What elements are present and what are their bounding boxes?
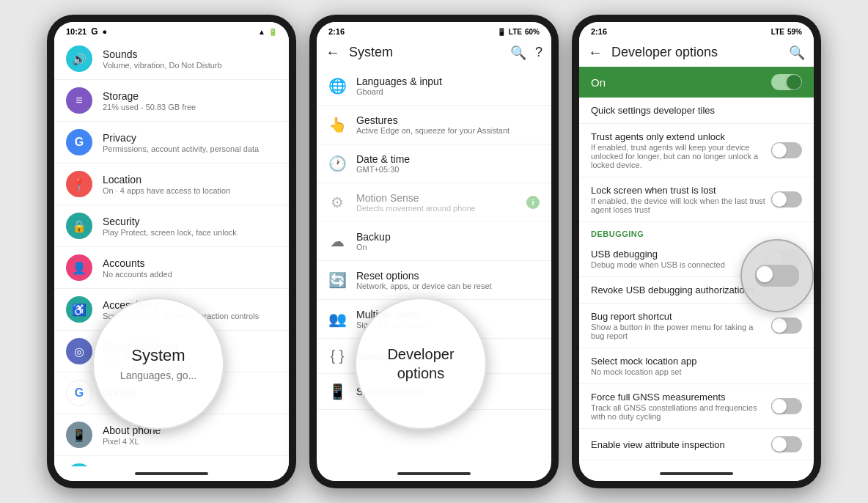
storage-icon: ≡ — [66, 87, 92, 114]
bug-report-toggle[interactable] — [771, 317, 802, 334]
sounds-title: Sounds — [103, 48, 277, 60]
gnss-toggle[interactable] — [771, 398, 802, 414]
status-icons-2: 📱 LTE 60% — [497, 28, 540, 36]
circle-title: System — [131, 345, 185, 367]
settings-item-accounts[interactable]: 👤 Accounts No accounts added — [54, 247, 289, 289]
settings-item-storage[interactable]: ≡ Storage 21% used - 50.83 GB free — [54, 80, 289, 122]
app-bar-2: ← System 🔍 ? — [317, 38, 551, 67]
back-button-2[interactable]: ← — [326, 44, 340, 61]
dev-on-toggle[interactable] — [771, 74, 802, 90]
home-indicator-3[interactable] — [660, 472, 733, 475]
status-time-1: 10:21 G ● — [66, 26, 107, 37]
dev-item-debug-app[interactable]: Select debug app — [579, 460, 814, 466]
google-icon: G — [91, 26, 98, 37]
status-bar-3: 2:16 LTE 59% — [579, 22, 814, 38]
accounts-sub: No accounts added — [103, 270, 277, 279]
system-circle: System Languages, go... — [92, 298, 224, 430]
back-button-3[interactable]: ← — [588, 44, 603, 61]
sounds-text: Sounds Volume, vibration, Do Not Disturb — [103, 48, 277, 70]
digital-wellbeing-icon: ◎ — [66, 338, 92, 364]
accounts-text: Accounts No accounts added — [103, 257, 277, 279]
sounds-sub: Volume, vibration, Do Not Disturb — [103, 61, 277, 70]
settings-item-tips[interactable]: ? Tips & support Help articles, phone & … — [54, 456, 289, 466]
gnss-text: Force full GNSS measurements Track all G… — [591, 392, 765, 421]
battery-2: 60% — [525, 28, 540, 36]
settings-item-sounds[interactable]: 🔊 Sounds Volume, vibration, Do Not Distu… — [54, 38, 289, 80]
system-item-motion-sense[interactable]: ⚙ Motion Sense Detects movement around p… — [317, 183, 551, 222]
dev-item-quick-settings[interactable]: Quick settings developer tiles — [579, 98, 814, 124]
security-icon: 🔒 — [66, 213, 92, 239]
privacy-icon: G — [66, 129, 92, 155]
bottom-bar-1 — [54, 466, 289, 481]
dev-item-view-attribute[interactable]: Enable view attribute inspection — [579, 429, 814, 460]
mock-location-sub: No mock location app set — [591, 367, 802, 376]
motion-sense-badge: i — [526, 196, 540, 209]
reset-sub: Network, apps, or device can be reset — [356, 282, 540, 290]
system-item-datetime[interactable]: 🕐 Date & time GMT+05:30 — [317, 144, 551, 183]
system-item-gestures[interactable]: 👆 Gestures Active Edge on, squeeze for y… — [317, 106, 551, 144]
dev-item-mock-location[interactable]: Select mock location app No mock locatio… — [579, 348, 814, 384]
dev-circle-title: Developer options — [356, 345, 485, 383]
backup-sub: On — [356, 243, 540, 252]
time-display: 10:21 — [66, 27, 87, 36]
system-item-reset[interactable]: 🔄 Reset options Network, apps, or device… — [317, 261, 551, 300]
view-attribute-title: Enable view attribute inspection — [591, 439, 765, 450]
languages-title: Languages & input — [356, 76, 540, 87]
dev-item-gnss[interactable]: Force full GNSS measurements Track all G… — [579, 384, 814, 429]
usb-toggle-magnified — [755, 265, 799, 287]
settings-item-location[interactable]: 📍 Location On · 4 apps have access to lo… — [54, 164, 289, 205]
usb-debugging-title: USB debugging — [591, 249, 760, 260]
dev-on-bar[interactable]: On — [579, 67, 814, 98]
accessibility-icon: ♿ — [66, 296, 92, 323]
settings-item-security[interactable]: 🔒 Security Play Protect, screen lock, fa… — [54, 205, 289, 247]
update-icon: 📱 — [328, 383, 346, 400]
mock-location-text: Select mock location app No mock locatio… — [591, 356, 802, 376]
about-title: About phone — [103, 425, 277, 436]
security-text: Security Play Protect, screen lock, face… — [103, 216, 277, 237]
reset-icon: 🔄 — [328, 271, 346, 289]
developer-options-circle: Developer options — [355, 298, 487, 430]
lock-screen-toggle[interactable] — [771, 191, 802, 208]
dev-item-trust-agents[interactable]: Trust agents only extend unlock If enabl… — [579, 124, 814, 177]
location-title: Location — [103, 174, 277, 186]
motion-sense-text: Motion Sense Detects movement around pho… — [356, 192, 516, 213]
wifi-icon: ▲ — [258, 28, 265, 36]
home-indicator-1[interactable] — [135, 472, 208, 475]
reset-text: Reset options Network, apps, or device c… — [356, 270, 540, 290]
settings-item-privacy[interactable]: G Privacy Permissions, account activity,… — [54, 122, 289, 164]
help-button-2[interactable]: ? — [535, 45, 542, 60]
accounts-title: Accounts — [103, 257, 277, 269]
system-item-languages[interactable]: 🌐 Languages & input Gboard — [317, 67, 551, 106]
system-item-backup[interactable]: ☁ Backup On — [317, 222, 551, 261]
datetime-sub: GMT+05:30 — [356, 165, 540, 174]
usb-toggle-circle — [740, 239, 814, 312]
phone-2: 2:16 📱 LTE 60% ← System 🔍 ? 🌐 L — [309, 15, 559, 488]
sounds-icon: 🔊 — [66, 45, 92, 72]
gnss-title: Force full GNSS measurements — [591, 392, 765, 403]
view-attribute-toggle[interactable] — [771, 436, 802, 452]
storage-sub: 21% used - 50.83 GB free — [103, 103, 277, 111]
trust-agents-toggle[interactable] — [771, 142, 802, 158]
circle-sub: Languages, go... — [120, 369, 196, 382]
signal-icon: ● — [102, 27, 107, 36]
whatsapp-icon: 📱 — [497, 28, 506, 36]
dev-item-lock-screen[interactable]: Lock screen when trust is lost If enable… — [579, 177, 814, 222]
lte-icon: LTE — [509, 28, 522, 36]
search-button-2[interactable]: 🔍 — [510, 45, 526, 61]
time-display-2: 2:16 — [328, 27, 345, 36]
search-button-3[interactable]: 🔍 — [789, 45, 805, 61]
security-title: Security — [103, 216, 277, 227]
motion-sense-sub: Detects movement around phone — [356, 204, 516, 213]
phone-1: 10:21 G ● ▲ 🔋 🔊 Sounds Volume, vibration… — [47, 15, 296, 488]
about-icon: 📱 — [66, 422, 92, 448]
view-attribute-text: Enable view attribute inspection — [591, 439, 765, 450]
datetime-title: Date & time — [356, 153, 540, 165]
dev-app-bar: ← Developer options 🔍 — [579, 38, 814, 67]
datetime-icon: 🕐 — [328, 155, 346, 172]
storage-title: Storage — [103, 90, 277, 102]
dev-header-title: Developer options — [611, 45, 780, 60]
lte-icon-3: LTE — [771, 28, 784, 36]
home-indicator-2[interactable] — [397, 472, 471, 475]
phone-3: 2:16 LTE 59% ← Developer options 🔍 On — [572, 15, 821, 488]
trust-agents-title: Trust agents only extend unlock — [591, 131, 765, 142]
